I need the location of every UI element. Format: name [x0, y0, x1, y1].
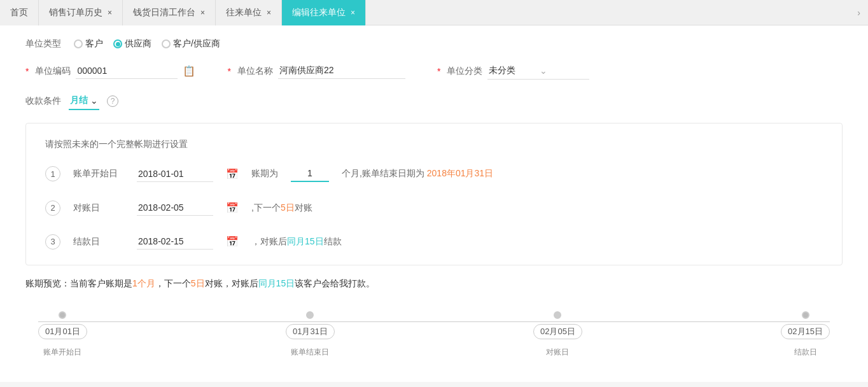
step-1-mid-label: 账期为 [251, 168, 278, 179]
radio-both-circle [162, 39, 171, 48]
radio-customer-label: 客户 [85, 38, 103, 50]
unit-code-star: * [25, 66, 29, 76]
tab-home-label: 首页 [10, 7, 28, 18]
step-1-period-unit: 个月,账单结束日期为 2018年01月31日 [342, 168, 493, 179]
unit-info-row: * 单位编码 📋 * 单位名称 * 单位分类 未分类 ⌄ [25, 62, 843, 80]
settings-title: 请按照未来的一个完整帐期进行设置 [45, 139, 823, 150]
payment-label: 收款条件 [25, 95, 61, 107]
step-1-num: 1 [45, 166, 60, 181]
tab-sales-order-label: 销售订单历史 [49, 7, 102, 18]
radio-supplier-label: 供应商 [125, 38, 151, 50]
point-label-2: 对账日 [546, 347, 569, 358]
point-badge-2: 02月05日 [533, 324, 582, 339]
unit-category-group: * 单位分类 未分类 ⌄ [437, 62, 589, 80]
tab-edit-partner-close[interactable]: × [351, 8, 355, 17]
unit-code-label: 单位编码 [35, 66, 71, 77]
unit-type-label: 单位类型 [25, 38, 61, 50]
payment-row: 收款条件 月结 ⌄ ? [25, 92, 843, 110]
timeline: 01月01日 账单开始日 01月31日 账单结束日 02月05日 对账日 02月… [25, 305, 843, 364]
main-content: 单位类型 客户 供应商 客户/供应商 * 单位编码 📋 * [0, 25, 868, 382]
radio-supplier[interactable]: 供应商 [113, 38, 151, 50]
step-1-date-input[interactable] [137, 166, 213, 182]
radio-both-label: 客户/供应商 [173, 38, 220, 50]
tab-edit-partner-label: 编辑往来单位 [292, 7, 346, 18]
preview-mid2: 对账，对账后 [205, 278, 258, 288]
payment-select[interactable]: 月结 ⌄ [69, 92, 99, 110]
preview-p3: 同月15日 [258, 278, 295, 288]
point-dot-2 [554, 311, 561, 319]
timeline-point-1: 01月31日 账单结束日 [286, 311, 335, 358]
unit-category-arrow-icon: ⌄ [540, 66, 588, 76]
point-dot-3 [802, 311, 809, 319]
tab-cash-work-close[interactable]: × [200, 8, 205, 17]
unit-name-group: * 单位名称 [227, 63, 405, 79]
point-dot-0 [59, 311, 66, 319]
tab-sales-order-close[interactable]: × [108, 8, 112, 17]
point-badge-3: 02月15日 [781, 324, 830, 339]
tab-home[interactable]: 首页 [0, 0, 39, 25]
unit-type-radio-group: 客户 供应商 客户/供应商 [74, 38, 220, 50]
point-label-1: 账单结束日 [291, 347, 329, 358]
period-input[interactable] [291, 165, 329, 182]
unit-code-input[interactable] [76, 63, 178, 79]
timeline-container: 01月01日 账单开始日 01月31日 账单结束日 02月05日 对账日 02月… [25, 311, 843, 358]
timeline-point-3: 02月15日 结款日 [781, 311, 830, 358]
unit-category-label: 单位分类 [447, 66, 482, 77]
unit-code-icon[interactable]: 📋 [183, 65, 195, 77]
radio-customer[interactable]: 客户 [74, 38, 103, 50]
radio-supplier-circle [113, 39, 122, 48]
step-2-label: 对账日 [73, 202, 124, 214]
tab-scroll-arrow[interactable]: › [850, 8, 868, 18]
tab-sales-order[interactable]: 销售订单历史 × [39, 0, 123, 25]
step-3-date-input[interactable] [137, 234, 213, 250]
payment-value: 月结 [70, 95, 88, 106]
step-1-row: 1 账单开始日 📅 账期为 个月,账单结束日期为 2018年01月31日 [45, 165, 823, 182]
step-3-label: 结款日 [73, 236, 124, 248]
preview-p2: 5日 [191, 278, 205, 288]
step-2-date-input[interactable] [137, 200, 213, 216]
step-2-calendar-icon[interactable]: 📅 [226, 202, 239, 214]
tabs-bar: 首页 销售订单历史 × 钱货日清工作台 × 往来单位 × 编辑往来单位 × › [0, 0, 868, 25]
help-icon[interactable]: ? [107, 95, 118, 107]
step-3-num: 3 [45, 234, 60, 250]
settings-box: 请按照未来的一个完整帐期进行设置 1 账单开始日 📅 账期为 个月,账单结束日期… [25, 123, 843, 265]
timeline-points: 01月01日 账单开始日 01月31日 账单结束日 02月05日 对账日 02月… [38, 311, 830, 358]
unit-name-star: * [227, 66, 230, 76]
unit-name-input[interactable] [278, 63, 405, 79]
step-3-desc: ，对账后同月15日结款 [251, 236, 342, 248]
tab-cash-work-label: 钱货日清工作台 [133, 7, 195, 18]
step-3-row: 3 结款日 📅 ，对账后同月15日结款 [45, 234, 823, 250]
step-2-row: 2 对账日 📅 ,下一个5日对账 [45, 200, 823, 216]
radio-both[interactable]: 客户/供应商 [162, 38, 220, 50]
tab-partner-close[interactable]: × [267, 8, 271, 17]
unit-category-value: 未分类 [489, 65, 537, 76]
payment-arrow-icon: ⌄ [90, 95, 98, 106]
radio-customer-circle [74, 39, 83, 48]
preview-prefix: 账期预览：当前客户账期是 [25, 278, 132, 288]
preview-p1: 1个月 [132, 278, 155, 288]
unit-category-select[interactable]: 未分类 ⌄ [487, 62, 589, 80]
timeline-point-2: 02月05日 对账日 [533, 311, 582, 358]
tab-cash-work[interactable]: 钱货日清工作台 × [123, 0, 216, 25]
timeline-point-0: 01月01日 账单开始日 [38, 311, 87, 358]
step-1-label: 账单开始日 [73, 168, 124, 179]
tab-partner[interactable]: 往来单位 × [216, 0, 282, 25]
step-1-end-date: 2018年01月31日 [427, 168, 493, 178]
step-1-calendar-icon[interactable]: 📅 [226, 168, 239, 180]
unit-type-row: 单位类型 客户 供应商 客户/供应商 [25, 38, 843, 50]
point-badge-1: 01月31日 [286, 324, 335, 339]
unit-code-group: * 单位编码 📋 [25, 63, 195, 79]
tab-edit-partner[interactable]: 编辑往来单位 × [282, 0, 366, 25]
preview-text: 账期预览：当前客户账期是1个月，下一个5日对账，对账后同月15日该客户会给我打款… [25, 278, 843, 290]
point-label-3: 结款日 [794, 347, 817, 358]
preview-mid1: ，下一个 [155, 278, 191, 288]
step-2-desc: ,下一个5日对账 [251, 202, 312, 214]
point-badge-0: 01月01日 [38, 324, 87, 339]
point-label-0: 账单开始日 [43, 347, 81, 358]
step-3-calendar-icon[interactable]: 📅 [226, 236, 239, 248]
unit-name-label: 单位名称 [237, 66, 273, 77]
unit-category-star: * [437, 66, 440, 76]
tab-partner-label: 往来单位 [226, 7, 262, 18]
step-2-num: 2 [45, 201, 60, 216]
point-dot-1 [306, 311, 314, 319]
